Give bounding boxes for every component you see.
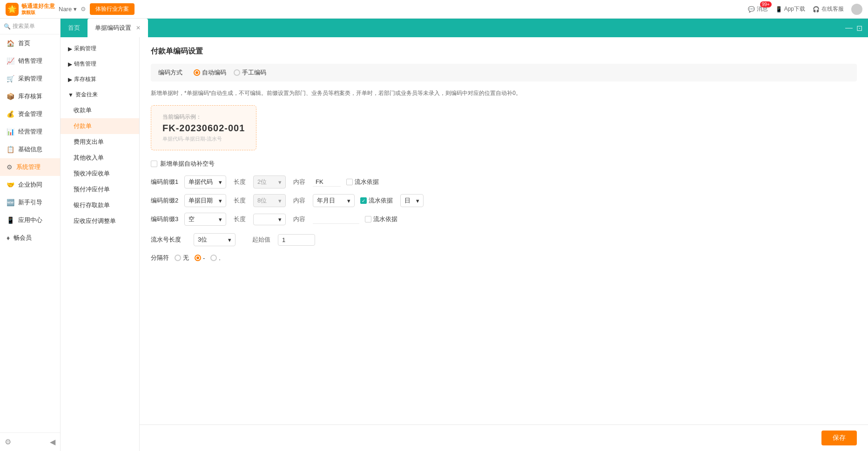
start-value-input[interactable] xyxy=(278,234,315,246)
sub-sidebar-arrow-inventory: ▶ xyxy=(68,76,72,83)
system-icon: ⚙ xyxy=(7,163,13,171)
sub-sidebar-item-receipt[interactable]: 收款单 xyxy=(61,102,139,118)
basic-icon: 📋 xyxy=(7,146,14,153)
prefix2-label: 编码前缀2 xyxy=(151,196,179,205)
prefix3-watermark-checkbox[interactable] xyxy=(365,216,371,222)
auto-encode-radio[interactable]: 自动编码 xyxy=(194,68,226,77)
prefix2-content-select[interactable]: 年月日 ▾ xyxy=(313,194,355,207)
prefix2-length-arrow: ▾ xyxy=(278,197,282,204)
prefix1-length-label: 长度 xyxy=(234,178,246,186)
save-button[interactable]: 保存 xyxy=(821,431,857,445)
prefix1-select[interactable]: 单据代码 ▾ xyxy=(184,175,226,188)
separator-label: 分隔符 xyxy=(151,254,169,262)
prefix3-label: 编码前缀3 xyxy=(151,215,179,223)
sidebar-item-inventory[interactable]: 📦 库存核算 xyxy=(0,88,60,105)
separator-none-radio[interactable]: 无 xyxy=(175,254,189,262)
trial-button[interactable]: 体验行业方案 xyxy=(90,3,135,15)
prefix2-unit-select[interactable]: 日 ▾ xyxy=(400,194,424,207)
prefix1-watermark-checkbox-row[interactable]: 流水依据 xyxy=(346,178,379,186)
separator-dot-radio[interactable]: . xyxy=(210,255,221,262)
tab-encoding[interactable]: 单据编码设置 ✕ xyxy=(87,19,148,37)
form-row-prefix2: 编码前缀2 单据日期 ▾ 长度 8位 ▾ 内容 xyxy=(151,194,857,207)
prefix2-watermark-checkbox[interactable] xyxy=(360,197,367,204)
separator-dash-label: - xyxy=(203,255,205,262)
prefix3-watermark-checkbox-row[interactable]: 流水依据 xyxy=(365,215,397,223)
sub-sidebar-item-prepayreceive[interactable]: 预收冲应收单 xyxy=(61,166,139,182)
prefix3-watermark-label: 流水依据 xyxy=(373,215,397,223)
sidebar-item-appcenter[interactable]: 📱 应用中心 xyxy=(0,211,60,229)
prefix2-watermark-label: 流水依据 xyxy=(369,196,393,205)
app-download-button[interactable]: 📱 App下载 xyxy=(775,5,805,13)
sub-sidebar-item-otherincome[interactable]: 其他收入单 xyxy=(61,150,139,166)
prefix1-watermark-checkbox[interactable] xyxy=(346,179,353,185)
prefix1-content-input[interactable] xyxy=(313,177,341,187)
user-avatar[interactable] xyxy=(851,4,862,15)
sales-icon: 📈 xyxy=(7,57,14,65)
sidebar-item-partner[interactable]: 🤝 企业协同 xyxy=(0,176,60,194)
sub-sidebar-item-expense[interactable]: 费用支出单 xyxy=(61,134,139,150)
sidebar-item-home-label: 首页 xyxy=(18,39,30,47)
serial-length-select[interactable]: 3位 ▾ xyxy=(194,233,236,246)
tab-minimize-icon[interactable]: — xyxy=(845,24,853,32)
sub-sidebar-item-prepayment[interactable]: 预付冲应付单 xyxy=(61,182,139,197)
prefix3-content-input[interactable] xyxy=(313,215,359,224)
tab-home-label: 首页 xyxy=(68,24,80,32)
tab-home[interactable]: 首页 xyxy=(61,19,87,37)
sidebar-item-operations[interactable]: 📊 经营管理 xyxy=(0,123,60,141)
sub-sidebar-item-bankdeposit[interactable]: 银行存取款单 xyxy=(61,197,139,213)
manual-encode-radio-circle xyxy=(234,69,240,76)
sidebar-item-finance[interactable]: 💰 资金管理 xyxy=(0,105,60,123)
sidebar-item-home[interactable]: 🏠 首页 xyxy=(0,34,60,52)
prefix3-length-select[interactable]: ▾ xyxy=(253,214,286,225)
collapse-icon[interactable]: ◀ xyxy=(50,438,55,446)
settings-icon[interactable]: ⚙ xyxy=(81,6,86,13)
footer-bar: 保存 xyxy=(140,424,868,451)
dropdown-arrow-icon: ▾ xyxy=(74,6,77,13)
sidebar-item-basic[interactable]: 📋 基础信息 xyxy=(0,141,60,158)
sub-sidebar-group-sales-title[interactable]: ▶ 销售管理 xyxy=(61,56,139,72)
prefix1-select-value: 单据代码 xyxy=(188,178,213,186)
top-bar-right: 💬 消息 99+ 📱 App下载 🎧 在线客服 xyxy=(748,4,862,15)
sub-sidebar-group-capital-title[interactable]: ▼ 资金往来 xyxy=(61,87,139,102)
auto-fill-checkbox-row[interactable]: 新增单据自动补空号 xyxy=(151,160,857,168)
prefix2-select[interactable]: 单据日期 ▾ xyxy=(184,194,226,207)
manual-encode-label: 手工编码 xyxy=(242,68,266,77)
sidebar-item-vip[interactable]: ♦ 畅会员 xyxy=(0,229,60,247)
messages-button[interactable]: 💬 消息 99+ xyxy=(748,5,768,13)
sidebar-item-appcenter-label: 应用中心 xyxy=(18,216,42,224)
auto-fill-checkbox[interactable] xyxy=(151,161,157,167)
manual-encode-radio[interactable]: 手工编码 xyxy=(234,68,266,77)
sidebar-item-vip-label: 畅会员 xyxy=(13,234,32,242)
sub-sidebar-group-purchase-title[interactable]: ▶ 采购管理 xyxy=(61,41,139,56)
content-area: 首页 单据编码设置 ✕ — ⊡ ▶ 采购管理 xyxy=(61,19,868,451)
prefix2-watermark-checkbox-row[interactable]: 流水依据 xyxy=(360,196,393,205)
prefix2-unit-arrow: ▾ xyxy=(416,197,419,204)
settings-bottom-icon[interactable]: ⚙ xyxy=(5,438,11,446)
sub-sidebar-group-inventory: ▶ 库存核算 xyxy=(61,72,139,87)
sub-sidebar-item-adjustment[interactable]: 应收应付调整单 xyxy=(61,213,139,229)
sidebar-item-sales-label: 销售管理 xyxy=(18,57,42,65)
prefix3-select[interactable]: 空 ▾ xyxy=(184,213,226,226)
finance-icon: 💰 xyxy=(7,110,14,118)
sidebar-item-sales[interactable]: 📈 销售管理 xyxy=(0,52,60,70)
sidebar-item-guide[interactable]: 🆕 新手引导 xyxy=(0,194,60,211)
app-logo: 🌟 畅通道好生意 旗舰版 xyxy=(6,3,55,16)
tab-close-icon[interactable]: ✕ xyxy=(136,25,141,31)
home-icon: 🏠 xyxy=(7,40,14,47)
sidebar-item-system[interactable]: ⚙ 系统管理 xyxy=(0,158,60,176)
sub-sidebar-sales-label: 销售管理 xyxy=(74,60,96,68)
online-service-button[interactable]: 🎧 在线客服 xyxy=(813,5,844,13)
separator-dash-radio[interactable]: - xyxy=(195,255,205,262)
sub-sidebar-group-inventory-title[interactable]: ▶ 库存核算 xyxy=(61,72,139,87)
prefix1-length-arrow: ▾ xyxy=(278,179,282,186)
search-icon: 🔍 xyxy=(4,23,11,30)
sub-sidebar-item-payment[interactable]: 付款单 xyxy=(61,118,139,134)
tab-maximize-icon[interactable]: ⊡ xyxy=(856,24,862,33)
sidebar-item-purchase[interactable]: 🛒 采购管理 xyxy=(0,70,60,88)
form-row-prefix1: 编码前缀1 单据代码 ▾ 长度 2位 ▾ 内容 xyxy=(151,175,857,188)
sidebar-item-operations-label: 经营管理 xyxy=(18,128,42,136)
code-preview-desc: 单据代码-单据日期-流水号 xyxy=(162,135,245,142)
company-dropdown[interactable]: Nare ▾ xyxy=(59,6,77,13)
sidebar-search[interactable]: 🔍 搜索菜单 xyxy=(0,19,60,34)
separator-dash-radio-circle xyxy=(195,255,201,261)
